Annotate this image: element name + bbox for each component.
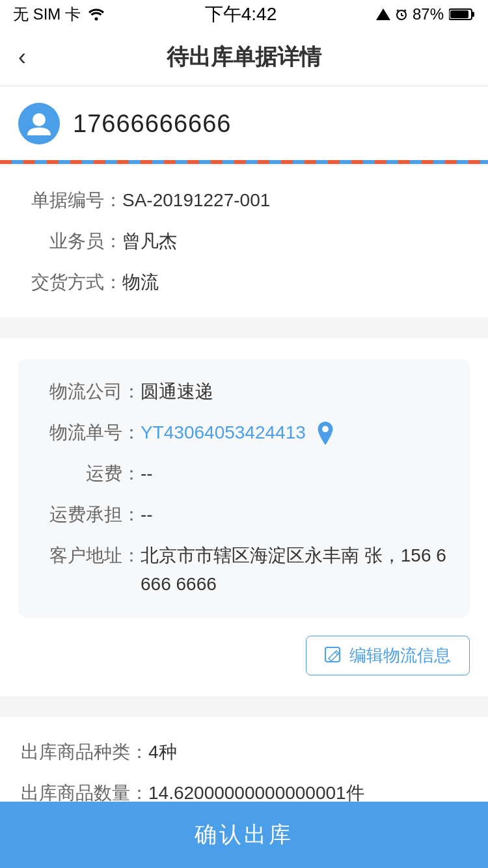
svg-point-11: [322, 426, 329, 432]
delivery-method-value: 物流: [122, 268, 470, 297]
order-no-row: 单据编号： SA-20191227-001: [18, 186, 470, 215]
freight-row: 运费： --: [36, 459, 452, 489]
battery-text: 87%: [413, 5, 444, 23]
logistics-company-value: 圆通速递: [141, 377, 452, 407]
user-info-bar: 17666666666: [0, 87, 488, 160]
svg-rect-9: [450, 10, 468, 18]
freight-bearer-row: 运费承担： --: [36, 500, 452, 530]
dashed-divider: [0, 160, 488, 164]
freight-value: --: [141, 459, 452, 489]
address-row: 客户地址： 北京市市辖区海淀区永丰南 张，156 6666 6666: [36, 541, 452, 600]
logistics-section: 物流公司： 圆通速递 物流单号： YT43064053424413 运费： --…: [0, 338, 488, 696]
page-header: ‹ 待出库单据详情: [0, 29, 488, 86]
status-time: 下午4:42: [205, 2, 277, 27]
edit-logistics-btn-container: 编辑物流信息: [18, 636, 470, 675]
sales-rep-label: 业务员：: [18, 227, 122, 256]
svg-rect-8: [472, 12, 474, 17]
location-service-icon: [376, 8, 390, 20]
edit-logistics-button[interactable]: 编辑物流信息: [306, 636, 470, 675]
address-value: 北京市市辖区海淀区永丰南 张，156 6666 6666: [141, 541, 452, 600]
logistics-card: 物流公司： 圆通速递 物流单号： YT43064053424413 运费： --…: [18, 359, 470, 617]
user-avatar-icon: [27, 111, 51, 137]
svg-point-0: [95, 18, 98, 21]
page-title: 待出库单据详情: [167, 42, 321, 72]
section-separator-2: [0, 707, 488, 717]
edit-logistics-label: 编辑物流信息: [349, 644, 451, 667]
back-button[interactable]: ‹: [18, 44, 26, 71]
user-phone: 17666666666: [73, 110, 231, 138]
wifi-icon: [87, 8, 105, 21]
order-no-value: SA-20191227-001: [122, 186, 470, 215]
freight-bearer-value: --: [141, 500, 452, 530]
confirm-outbound-button[interactable]: 确认出库: [195, 820, 293, 850]
category-label: 出库商品种类：: [18, 738, 148, 767]
address-label: 客户地址：: [36, 541, 141, 571]
section-separator-1: [0, 328, 488, 338]
edit-icon: [325, 647, 343, 665]
avatar: [18, 103, 60, 144]
confirm-btn-container: 确认出库: [0, 802, 488, 868]
svg-marker-1: [376, 8, 390, 20]
category-value: 4种: [148, 738, 470, 767]
delivery-method-label: 交货方式：: [18, 268, 122, 297]
order-no-label: 单据编号：: [18, 186, 122, 215]
status-carrier: 无 SIM 卡: [13, 4, 105, 25]
alarm-icon: [396, 8, 407, 20]
tracking-no-value: YT43064053424413: [141, 418, 452, 448]
tracking-no-label: 物流单号：: [36, 418, 141, 448]
freight-bearer-label: 运费承担：: [36, 500, 141, 530]
battery-icon: [449, 8, 475, 21]
freight-label: 运费：: [36, 459, 141, 489]
tracking-no-row: 物流单号： YT43064053424413: [36, 418, 452, 448]
svg-point-10: [33, 113, 46, 126]
category-row: 出库商品种类： 4种: [18, 738, 470, 767]
logistics-company-label: 物流公司：: [36, 377, 141, 407]
sales-rep-row: 业务员： 曾凡杰: [18, 227, 470, 256]
order-info-section: 单据编号： SA-20191227-001 业务员： 曾凡杰 交货方式： 物流: [0, 165, 488, 318]
status-bar: 无 SIM 卡 下午4:42 87%: [0, 0, 488, 29]
svg-line-13: [335, 652, 338, 655]
location-pin-icon[interactable]: [314, 422, 337, 445]
status-right: 87%: [376, 5, 475, 23]
sales-rep-value: 曾凡杰: [122, 227, 470, 256]
logistics-company-row: 物流公司： 圆通速递: [36, 377, 452, 407]
delivery-method-row: 交货方式： 物流: [18, 268, 470, 297]
